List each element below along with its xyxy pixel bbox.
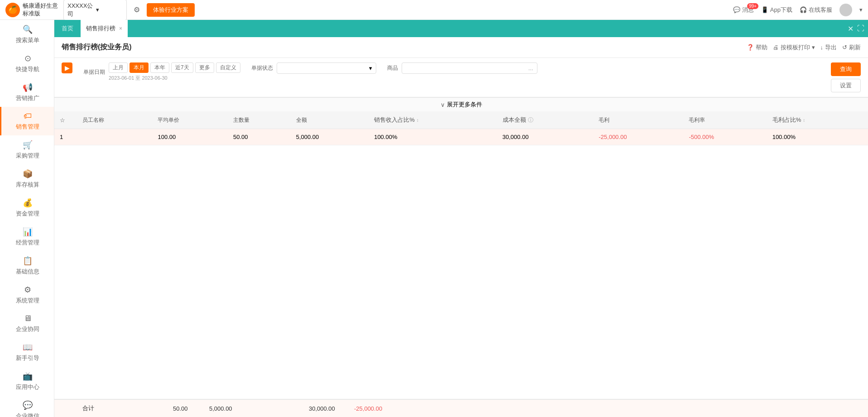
date-range: 2023-06-01 至 2023-06-30 <box>109 75 240 81</box>
nav-icon: ⊙ <box>24 53 31 63</box>
date-label: 单据日期 <box>83 68 105 76</box>
app-download-button[interactable]: 📱 App下载 <box>761 6 792 14</box>
cell-profit-pct: 100.00% <box>767 129 868 145</box>
chevron-down-icon: ▾ <box>96 6 123 13</box>
top-right-area: 💬 消息 99+ 📱 App下载 🎧 在线客服 ▾ <box>733 4 863 16</box>
user-name[interactable]: ▾ <box>859 6 863 13</box>
sidebar-item-nav[interactable]: ⊙ 快捷导航 <box>0 49 54 78</box>
filter-collapse-button[interactable]: ▶ <box>62 62 72 73</box>
sidebar-item-basic-info[interactable]: 📋 基础信息 <box>0 251 54 280</box>
goods-input[interactable]: ... <box>402 62 537 74</box>
expand-conditions-row[interactable]: ∨ 展开更多条件 <box>54 97 868 111</box>
sidebar-item-collab[interactable]: 🖥 企业协同 <box>0 309 54 338</box>
th-qty: 主数量 <box>228 111 291 129</box>
messages-button[interactable]: 💬 消息 99+ <box>733 6 754 14</box>
date-filter-group: 单据日期 上月 本月 本年 近7天 更多 自定义 2023-06-01 至 20… <box>83 62 240 81</box>
filter-right-actions: 查询 设置 <box>831 62 861 92</box>
tab-close-window-icon[interactable]: ✕ <box>848 24 854 33</box>
th-avg-price: 平均单价 <box>152 111 227 129</box>
th-profit-pct: 毛利占比% ↕ <box>767 111 868 129</box>
cell-qty: 50.00 <box>228 129 291 145</box>
status-chevron-icon: ▾ <box>369 65 372 72</box>
filter-settings-button[interactable]: 设置 <box>831 79 861 92</box>
goods-filter-group: 商品 ... <box>387 62 537 74</box>
status-filter-group: 单据状态 ▾ <box>251 62 376 74</box>
search-icon: 🔍 <box>23 24 33 34</box>
sidebar-item-inventory[interactable]: 📦 库存核算 <box>0 164 54 193</box>
sidebar-item-search[interactable]: 🔍 搜索菜单 <box>0 20 54 49</box>
table-footer: 合计 50.00 5,000.00 30,000.00 -25,000.00 <box>54 399 868 417</box>
top-bar: 🍊 畅康通好生意 标准版 XXXXX公司 ▾ ⚙ 体验行业方案 💬 消息 99+… <box>0 0 868 20</box>
date-btn-7days[interactable]: 近7天 <box>171 62 193 73</box>
date-btn-more[interactable]: 更多 <box>195 62 214 73</box>
refresh-button[interactable]: ↺ 刷新 <box>842 43 861 52</box>
th-cost: 成本全额 ⓘ <box>497 111 594 129</box>
cell-sales-pct: 100.00% <box>369 129 497 145</box>
help-icon: ❓ <box>747 44 754 51</box>
sidebar-item-purchase[interactable]: 🛒 采购管理 <box>0 135 54 164</box>
print-button[interactable]: 🖨 按模板打印 ▾ <box>773 43 815 52</box>
system-icon: ⚙ <box>24 285 31 295</box>
sidebar-item-operations[interactable]: 📊 经营管理 <box>0 222 54 251</box>
footer-cost: 30,000.00 <box>309 405 354 412</box>
cell-rank: 1 <box>54 129 77 145</box>
content-area: 首页 销售排行榜 × ✕ ⛶ 销售排行榜(按业务员) ❓ 帮助 <box>54 20 868 417</box>
tab-home[interactable]: 首页 <box>54 20 81 37</box>
export-icon: ↓ <box>820 44 824 51</box>
status-label: 单据状态 <box>251 64 273 72</box>
company-selector[interactable]: XXXXX公司 ▾ <box>63 0 127 20</box>
cell-amount: 5,000.00 <box>291 129 369 145</box>
tab-close-icon[interactable]: × <box>119 25 122 32</box>
cell-profit-rate: -500.00% <box>683 129 767 145</box>
avatar[interactable] <box>839 4 852 16</box>
star-icon: ☆ <box>60 117 65 124</box>
sidebar-item-finance[interactable]: 💰 资金管理 <box>0 193 54 222</box>
date-btn-this-year[interactable]: 本年 <box>150 62 169 73</box>
cell-profit: -25,000.00 <box>593 129 683 145</box>
date-btn-last-month[interactable]: 上月 <box>109 62 128 73</box>
sidebar-item-sales[interactable]: 🏷 销售管理 <box>0 107 54 135</box>
date-buttons: 上月 本月 本年 近7天 更多 自定义 <box>109 62 240 73</box>
online-service-button[interactable]: 🎧 在线客服 <box>800 6 832 14</box>
export-button[interactable]: ↓ 导出 <box>820 43 837 52</box>
table-container: ☆ 员工名称 平均单价 主数量 全额 销售收入占比% ↕ <box>54 111 868 399</box>
footer-qty: 50.00 <box>173 405 209 412</box>
help-button[interactable]: ❓ 帮助 <box>747 43 767 52</box>
footer-amount: 5,000.00 <box>209 405 254 412</box>
logo-text: 畅康通好生意 标准版 <box>23 2 58 18</box>
message-icon: 💬 <box>733 6 740 13</box>
settings-icon[interactable]: ⚙ <box>130 4 143 16</box>
sidebar-item-marketing[interactable]: 📢 营销推广 <box>0 78 54 107</box>
refresh-icon: ↺ <box>842 44 847 51</box>
sidebar-item-apps[interactable]: 📺 应用中心 <box>0 367 54 396</box>
purchase-icon: 🛒 <box>23 140 33 150</box>
status-select[interactable]: ▾ <box>277 62 376 74</box>
query-button[interactable]: 查询 <box>831 62 861 76</box>
trial-button[interactable]: 体验行业方案 <box>147 3 195 17</box>
cost-info-icon: ⓘ <box>528 116 533 124</box>
page-content: 销售排行榜(按业务员) ❓ 帮助 🖨 按模板打印 ▾ ↓ 导出 <box>54 37 868 417</box>
tab-sales-ranking[interactable]: 销售排行榜 × <box>81 20 128 37</box>
finance-icon: 💰 <box>23 198 33 208</box>
date-btn-custom[interactable]: 自定义 <box>216 62 240 73</box>
th-rank: ☆ <box>54 111 77 129</box>
sidebar-item-guide[interactable]: 📖 新手引导 <box>0 338 54 367</box>
cell-name <box>77 129 152 145</box>
tab-restore-icon[interactable]: ⛶ <box>857 24 864 33</box>
operations-icon: 📊 <box>23 227 33 237</box>
goods-more-icon: ... <box>528 65 533 72</box>
tab-bar-right: ✕ ⛶ <box>848 24 868 33</box>
date-btn-this-month[interactable]: 本月 <box>129 62 149 73</box>
basic-info-icon: 📋 <box>23 256 33 266</box>
wechat-icon: 💬 <box>23 400 33 410</box>
print-icon: 🖨 <box>773 44 779 51</box>
sidebar-item-wechat[interactable]: 💬 企业微信 <box>0 396 54 417</box>
sidebar-item-system[interactable]: ⚙ 系统管理 <box>0 280 54 309</box>
page-title: 销售排行榜(按业务员) <box>62 43 747 52</box>
sidebar: 🔍 搜索菜单 ⊙ 快捷导航 📢 营销推广 🏷 销售管理 🛒 采购管理 📦 库存核… <box>0 20 54 417</box>
collab-icon: 🖥 <box>24 314 32 323</box>
page-header: 销售排行榜(按业务员) ❓ 帮助 🖨 按模板打印 ▾ ↓ 导出 <box>54 37 868 58</box>
expand-label: 展开更多条件 <box>447 101 482 109</box>
print-chevron-icon: ▾ <box>812 44 815 51</box>
logo-area: 🍊 畅康通好生意 标准版 <box>5 2 60 18</box>
